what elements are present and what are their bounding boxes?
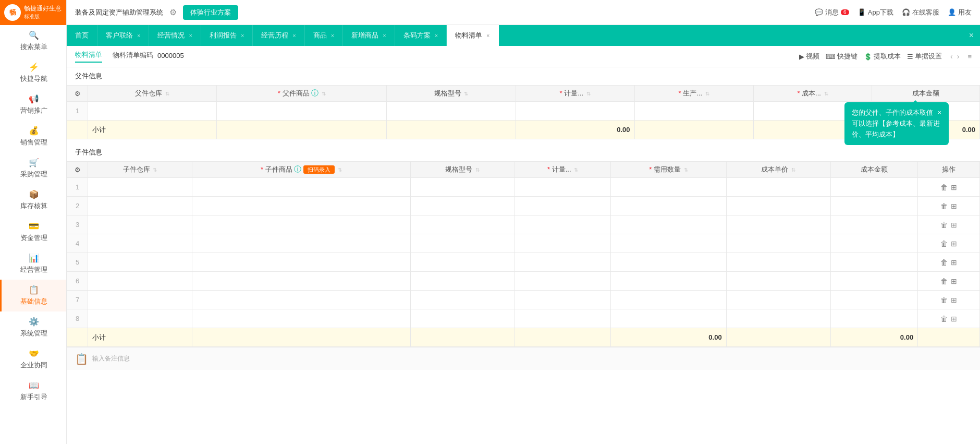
child-row-2-spec[interactable]	[410, 197, 514, 215]
delete-icon[interactable]: 🗑	[940, 202, 948, 210]
notes-placeholder[interactable]: 输入备注信息	[92, 354, 130, 363]
child-row-1-qty[interactable]	[611, 178, 726, 197]
prev-arrow[interactable]: ‹	[948, 52, 955, 61]
sidebar-item-search[interactable]: 🔍 搜索菜单	[0, 25, 66, 57]
child-row-2-amount[interactable]	[830, 197, 917, 215]
shortcut-action[interactable]: ⌨ 快捷键	[826, 52, 858, 61]
child-row-6-unit-cost[interactable]	[726, 272, 830, 291]
child-row-8-amount[interactable]	[830, 309, 917, 328]
child-row-8-unit[interactable]	[514, 309, 611, 328]
child-row-7-spec[interactable]	[410, 291, 514, 309]
copy-icon[interactable]: ⊞	[951, 239, 957, 248]
child-row-7-unit-cost[interactable]	[726, 291, 830, 309]
tab-barcode[interactable]: 条码方案 ×	[395, 25, 447, 46]
sidebar-item-finance[interactable]: 💳 资金管理	[0, 216, 66, 248]
delete-icon[interactable]: 🗑	[940, 221, 948, 229]
delete-icon[interactable]: 🗑	[940, 183, 948, 191]
child-row-8-warehouse[interactable]	[88, 309, 192, 328]
tab-customers[interactable]: 客户联络 ×	[97, 25, 149, 46]
child-row-6-qty[interactable]	[611, 272, 726, 291]
parent-product-info-icon[interactable]: ⓘ	[311, 89, 318, 97]
child-row-1-warehouse[interactable]	[88, 178, 192, 197]
tab-new-goods[interactable]: 新增商品 ×	[343, 25, 395, 46]
tab-bom[interactable]: 物料清单 ×	[447, 25, 498, 46]
app-download-action[interactable]: 📱 App下载	[858, 8, 893, 17]
child-row-5-warehouse[interactable]	[88, 253, 192, 272]
next-arrow[interactable]: ›	[955, 52, 962, 61]
trial-button[interactable]: 体验行业方案	[183, 5, 238, 20]
online-service-action[interactable]: 🎧 在线客服	[902, 8, 939, 17]
child-row-4-spec[interactable]	[410, 234, 514, 253]
tab-history[interactable]: 经营历程 ×	[253, 25, 304, 46]
user-action[interactable]: 👤 用友	[948, 8, 972, 17]
sidebar-item-collab[interactable]: 🤝 企业协同	[0, 343, 66, 375]
sidebar-item-basic[interactable]: 📋 基础信息	[0, 280, 66, 311]
child-row-3-product[interactable]	[192, 215, 410, 234]
child-row-4-qty[interactable]	[611, 234, 726, 253]
parent-row-1-warehouse[interactable]	[88, 102, 217, 121]
extract-cost-action[interactable]: 💲 提取成本	[864, 52, 901, 61]
child-row-2-warehouse[interactable]	[88, 197, 192, 215]
child-row-4-unit[interactable]	[514, 234, 611, 253]
sidebar-item-purchase[interactable]: 🛒 采购管理	[0, 152, 66, 184]
parent-row-1-produce[interactable]	[634, 102, 753, 121]
child-row-3-unit[interactable]	[514, 215, 611, 234]
close-all-tabs[interactable]: ×	[963, 31, 980, 40]
child-product-info-icon[interactable]: ⓘ	[294, 165, 301, 173]
delete-icon[interactable]: 🗑	[940, 239, 948, 248]
tab-goods-close[interactable]: ×	[331, 32, 334, 39]
grid-view-icon[interactable]: ≡	[967, 53, 972, 61]
child-col-settings[interactable]: ⚙	[67, 162, 88, 178]
copy-icon[interactable]: ⊞	[951, 296, 957, 304]
child-row-3-spec[interactable]	[410, 215, 514, 234]
child-row-5-amount[interactable]	[830, 253, 917, 272]
child-row-5-spec[interactable]	[410, 253, 514, 272]
child-row-6-spec[interactable]	[410, 272, 514, 291]
tab-customers-close[interactable]: ×	[137, 32, 140, 39]
child-row-7-qty[interactable]	[611, 291, 726, 309]
child-row-2-unit-cost[interactable]	[726, 197, 830, 215]
parent-col-settings[interactable]: ⚙	[67, 86, 88, 102]
child-row-4-unit-cost[interactable]	[726, 234, 830, 253]
child-row-1-amount[interactable]	[830, 178, 917, 197]
scan-button[interactable]: 扫码录入	[303, 165, 335, 174]
copy-icon[interactable]: ⊞	[951, 315, 957, 323]
child-row-7-amount[interactable]	[830, 291, 917, 309]
sidebar-item-guide[interactable]: 📖 新手引导	[0, 375, 66, 407]
copy-icon[interactable]: ⊞	[951, 183, 957, 191]
tab-barcode-close[interactable]: ×	[435, 32, 438, 39]
child-row-2-unit[interactable]	[514, 197, 611, 215]
video-action[interactable]: ▶ 视频	[799, 52, 819, 61]
sidebar-item-inventory[interactable]: 📦 库存核算	[0, 184, 66, 216]
copy-icon[interactable]: ⊞	[951, 277, 957, 285]
child-row-3-warehouse[interactable]	[88, 215, 192, 234]
sidebar-item-system[interactable]: ⚙️ 系统管理	[0, 311, 66, 343]
child-row-5-product[interactable]	[192, 253, 410, 272]
child-row-1-unit[interactable]	[514, 178, 611, 197]
parent-row-1-spec[interactable]	[387, 102, 516, 121]
copy-icon[interactable]: ⊞	[951, 202, 957, 210]
child-row-4-amount[interactable]	[830, 234, 917, 253]
child-row-5-qty[interactable]	[611, 253, 726, 272]
child-row-4-warehouse[interactable]	[88, 234, 192, 253]
child-row-1-product[interactable]	[192, 178, 410, 197]
sidebar-item-operation[interactable]: 📊 经营管理	[0, 248, 66, 280]
child-row-6-unit[interactable]	[514, 272, 611, 291]
tab-history-close[interactable]: ×	[292, 32, 296, 39]
tab-home[interactable]: 首页	[67, 25, 97, 46]
child-row-5-unit[interactable]	[514, 253, 611, 272]
delete-icon[interactable]: 🗑	[940, 296, 948, 304]
tab-new-goods-close[interactable]: ×	[383, 32, 386, 39]
child-row-6-amount[interactable]	[830, 272, 917, 291]
child-row-2-product[interactable]	[192, 197, 410, 215]
sidebar-item-quicknav[interactable]: ⚡ 快捷导航	[0, 57, 66, 89]
child-row-6-product[interactable]	[192, 272, 410, 291]
child-row-8-unit-cost[interactable]	[726, 309, 830, 328]
child-row-8-spec[interactable]	[410, 309, 514, 328]
settings-icon[interactable]: ⚙	[169, 7, 177, 17]
parent-row-1-product[interactable]	[217, 102, 387, 121]
child-row-7-warehouse[interactable]	[88, 291, 192, 309]
child-row-1-unit-cost[interactable]	[726, 178, 830, 197]
child-row-7-product[interactable]	[192, 291, 410, 309]
sub-tab-bom[interactable]: 物料清单	[75, 50, 102, 63]
